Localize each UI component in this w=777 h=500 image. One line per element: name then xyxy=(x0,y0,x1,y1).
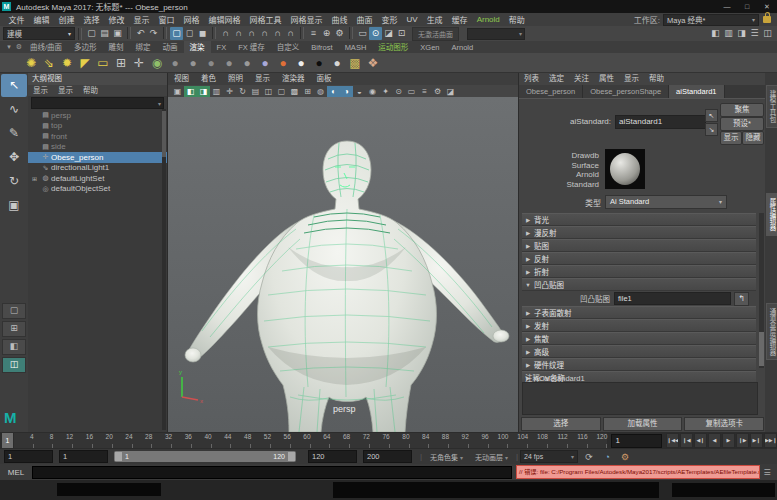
range-slider-bar[interactable]: 1 120 xyxy=(114,451,296,462)
outliner-menu-item[interactable]: 显示 xyxy=(28,85,53,96)
sidebar-toggle-icon[interactable]: ◫ xyxy=(761,27,774,40)
expander-icon[interactable]: ⊞ xyxy=(32,175,40,182)
sidebar-toggle-icon[interactable]: ◧ xyxy=(709,27,722,40)
status-icon[interactable]: ↷ xyxy=(147,27,160,40)
shelf-tab[interactable]: 运动图形 xyxy=(372,41,414,53)
minimize-button[interactable]: — xyxy=(717,0,737,13)
ae-bottom-button[interactable]: 加载属性 xyxy=(603,417,683,431)
ae-section-header[interactable]: ▶ 子表面散射 xyxy=(522,306,756,319)
viewport-menu-item[interactable]: 渲染器 xyxy=(276,73,311,85)
ae-section-header[interactable]: ▶ 焦散 xyxy=(522,332,756,345)
tab-modeling-toolkit[interactable]: 建模工具包 xyxy=(766,85,777,128)
workspace-dropdown[interactable]: Maya 经典*▾ xyxy=(663,14,759,26)
viewport-menu-item[interactable]: 显示 xyxy=(249,73,276,85)
status-icon[interactable]: ∩ xyxy=(232,27,245,40)
shelf-menu-icon[interactable]: ▾ xyxy=(4,41,14,53)
maximize-button[interactable]: □ xyxy=(737,0,757,13)
viewport-toolbar-icon[interactable]: ✦ xyxy=(379,86,392,97)
shelf-tab[interactable]: MASH xyxy=(339,43,373,53)
playback-button[interactable]: ▶▶❙ xyxy=(764,433,777,448)
menu-item[interactable]: 编辑网格 xyxy=(204,14,245,25)
viewport-toolbar-icon[interactable]: ◍ xyxy=(314,86,327,97)
status-icon[interactable]: ∩ xyxy=(271,27,284,40)
tool-icon[interactable]: ✥ xyxy=(1,146,27,169)
ae-section-header[interactable]: ▶ 硬件纹理 xyxy=(522,358,756,371)
viewport-toolbar-icon[interactable]: ◪ xyxy=(444,86,457,97)
viewport-menu-item[interactable]: 视图 xyxy=(168,73,195,85)
swatch-small-icon[interactable]: ↖ xyxy=(705,109,718,122)
status-icon[interactable]: ▣ xyxy=(111,27,124,40)
shelf-tab[interactable]: 雕刻 xyxy=(103,41,130,53)
ae-section-header[interactable]: ▶ 漫反射 xyxy=(522,226,756,239)
outliner-item[interactable]: ▤ persp xyxy=(28,110,167,121)
status-icon[interactable]: ◪ xyxy=(382,27,395,40)
shelf-tool-icon[interactable]: ● xyxy=(256,54,274,72)
loop-toggle-icon[interactable]: ⟳ xyxy=(582,452,596,462)
bump-map-input[interactable]: file1 xyxy=(614,292,731,305)
status-icon[interactable]: ⊙ xyxy=(369,27,382,40)
menu-item[interactable]: 生成 xyxy=(422,14,447,25)
layout-button[interactable]: ⊞ xyxy=(2,321,26,337)
viewport-menu-item[interactable]: 照明 xyxy=(222,73,249,85)
menu-item[interactable]: 修改 xyxy=(104,14,129,25)
viewport-toolbar-icon[interactable]: ▥ xyxy=(210,86,223,97)
status-icon[interactable]: ▢ xyxy=(85,27,98,40)
ae-node-tab[interactable]: aiStandard1 xyxy=(669,85,724,98)
shelf-tab[interactable]: Bifrost xyxy=(305,43,338,53)
menu-item[interactable]: 显示 xyxy=(129,14,154,25)
tab-attribute-editor[interactable]: 属性编辑器 xyxy=(766,193,777,236)
playback-start-field[interactable]: 1 xyxy=(59,450,108,463)
current-frame-field[interactable]: 1 xyxy=(611,434,662,448)
viewport-toolbar-icon[interactable]: ◧ xyxy=(184,86,197,97)
viewport-toolbar-icon[interactable]: ▩ xyxy=(288,86,301,97)
presets-button[interactable]: 预设* xyxy=(720,117,764,131)
status-icon[interactable]: ↶ xyxy=(134,27,147,40)
outliner-item[interactable]: ⊞ ◍ defaultLightSet xyxy=(28,173,167,184)
status-icon[interactable]: ◼ xyxy=(196,27,209,40)
viewport-toolbar-icon[interactable]: ⚙ xyxy=(431,86,444,97)
range-end-handle[interactable] xyxy=(288,452,295,461)
shelf-tool-icon[interactable]: ● xyxy=(274,54,292,72)
viewport-toolbar-icon[interactable]: ⊞ xyxy=(301,86,314,97)
viewport-toolbar-icon[interactable]: ▭ xyxy=(405,86,418,97)
ae-menu-item[interactable]: 选定 xyxy=(544,73,569,85)
viewport-toolbar-icon[interactable]: ◫ xyxy=(262,86,275,97)
ae-node-tab[interactable]: Obese_personShape xyxy=(583,85,669,98)
outliner-item[interactable]: ▤ front xyxy=(28,131,167,142)
outliner-item[interactable]: ✛ Obese_person xyxy=(28,152,167,163)
viewport-toolbar-icon[interactable]: ✛ xyxy=(223,86,236,97)
lock-icon[interactable] xyxy=(763,16,771,23)
ae-node-tab[interactable]: Obese_person xyxy=(519,85,583,98)
shelf-tool-icon[interactable]: ● xyxy=(166,54,184,72)
shelf-tab[interactable]: Arnold xyxy=(445,43,479,53)
status-icon[interactable]: ∩ xyxy=(245,27,258,40)
menu-item[interactable]: 选择 xyxy=(79,14,104,25)
viewport-toolbar-icon[interactable]: ≡ xyxy=(418,86,431,97)
shelf-tab[interactable]: 自定义 xyxy=(271,41,306,53)
ae-menu-item[interactable]: 关注 xyxy=(569,73,594,85)
shelf-tool-icon[interactable]: ✹ xyxy=(58,54,76,72)
menu-item[interactable]: 网格显示 xyxy=(286,14,327,25)
playback-button[interactable]: ▶❙ xyxy=(750,433,763,448)
menu-item[interactable]: 曲面 xyxy=(352,14,377,25)
outliner-item[interactable]: ⇘ directionalLight1 xyxy=(28,163,167,174)
status-icon[interactable] xyxy=(212,27,216,39)
shelf-tab[interactable]: 曲线/曲面 xyxy=(24,41,68,53)
range-start-handle[interactable] xyxy=(115,452,122,461)
viewport-toolbar-icon[interactable]: ◑ xyxy=(340,86,353,97)
menu-item[interactable]: Arnold xyxy=(472,15,504,24)
menu-item[interactable]: 网格工具 xyxy=(245,14,286,25)
focus-button[interactable]: 聚焦 xyxy=(720,103,764,117)
outliner-item[interactable]: ▤ side xyxy=(28,142,167,153)
menu-item[interactable]: 变形 xyxy=(377,14,402,25)
viewport-toolbar-icon[interactable]: ⊙ xyxy=(392,86,405,97)
anim-layer-dropdown[interactable]: 无动画层 ▾ xyxy=(475,452,508,462)
status-icon[interactable] xyxy=(300,27,304,39)
menu-item[interactable]: UV xyxy=(402,15,422,24)
shelf-tool-icon[interactable]: ● xyxy=(292,54,310,72)
type-dropdown[interactable]: Ai Standard▾ xyxy=(605,195,727,209)
outliner-item[interactable]: ◎ defaultObjectSet xyxy=(28,184,167,195)
status-icon[interactable]: ⚙ xyxy=(333,27,346,40)
status-icon[interactable]: ∩ xyxy=(284,27,297,40)
material-swatch[interactable] xyxy=(605,149,645,189)
